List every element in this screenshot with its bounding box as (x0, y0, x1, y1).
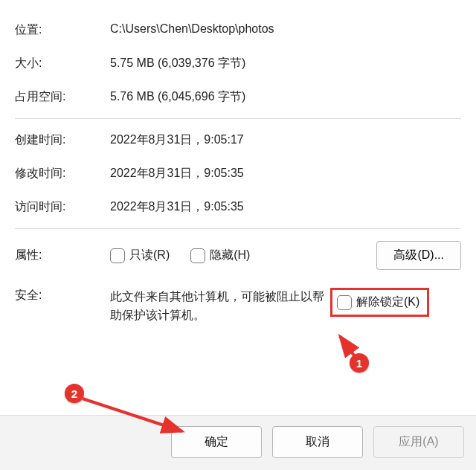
label-created: 创建时间: (15, 132, 110, 148)
value-size: 5.75 MB (6,039,376 字节) (110, 56, 461, 71)
label-modified: 修改时间: (15, 166, 110, 181)
checkbox-readonly-label: 只读(R) (129, 248, 170, 263)
row-attributes: 属性: 只读(R) 隐藏(H) 高级(D)... (15, 234, 461, 280)
label-attributes: 属性: (15, 248, 110, 263)
checkbox-hidden-label: 隐藏(H) (210, 248, 250, 263)
value-accessed: 2022年8月31日，9:05:35 (110, 199, 461, 215)
checkbox-unblock[interactable]: 解除锁定(K) (330, 288, 429, 317)
label-size-on-disk: 占用空间: (15, 89, 110, 105)
checkbox-box-icon (110, 248, 125, 263)
row-created: 创建时间: 2022年8月31日，9:05:17 (15, 123, 461, 157)
checkbox-box-icon (190, 248, 205, 263)
checkbox-unblock-label: 解除锁定(K) (356, 294, 419, 310)
annotation-step-2: 2 (65, 384, 84, 403)
checkbox-readonly[interactable]: 只读(R) (110, 248, 170, 263)
checkbox-hidden[interactable]: 隐藏(H) (190, 248, 250, 263)
value-location: C:\Users\Chen\Desktop\photos (110, 22, 461, 36)
separator (15, 118, 461, 119)
properties-panel: 位置: C:\Users\Chen\Desktop\photos 大小: 5.7… (0, 0, 476, 344)
value-created: 2022年8月31日，9:05:17 (110, 132, 461, 148)
dialog-footer: 确定 取消 应用(A) (0, 415, 476, 470)
label-accessed: 访问时间: (15, 199, 110, 215)
value-size-on-disk: 5.76 MB (6,045,696 字节) (110, 89, 461, 105)
row-modified: 修改时间: 2022年8月31日，9:05:35 (15, 157, 461, 190)
advanced-button[interactable]: 高级(D)... (376, 241, 461, 270)
row-security: 安全: 此文件来自其他计算机，可能被阻止以帮助保护该计算机。 解除锁定(K) (15, 280, 461, 344)
separator (15, 228, 461, 229)
ok-button[interactable]: 确定 (171, 426, 262, 458)
cancel-button[interactable]: 取消 (272, 426, 363, 458)
label-security: 安全: (15, 288, 110, 303)
label-size: 大小: (15, 56, 110, 71)
row-size: 大小: 5.75 MB (6,039,376 字节) (15, 47, 461, 80)
row-location: 位置: C:\Users\Chen\Desktop\photos (15, 13, 461, 47)
row-accessed: 访问时间: 2022年8月31日，9:05:35 (15, 190, 461, 224)
annotation-step-1: 1 (350, 353, 369, 373)
value-modified: 2022年8月31日，9:05:35 (110, 166, 461, 181)
row-size-on-disk: 占用空间: 5.76 MB (6,045,696 字节) (15, 80, 461, 114)
security-message: 此文件来自其他计算机，可能被阻止以帮助保护该计算机。 (110, 288, 326, 325)
label-location: 位置: (15, 22, 110, 38)
apply-button: 应用(A) (373, 426, 464, 458)
checkbox-box-icon (337, 295, 352, 310)
